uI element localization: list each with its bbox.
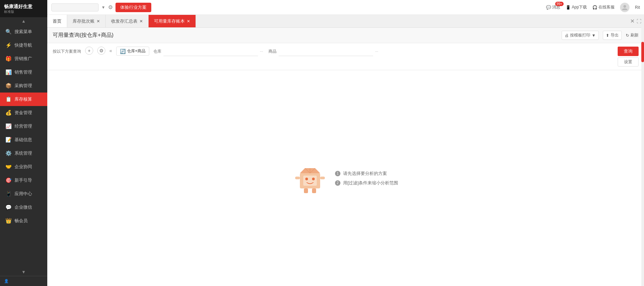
sidebar-item-system[interactable]: ⚙️ 系统管理	[0, 147, 47, 160]
app-icon: 📱	[5, 191, 12, 197]
sidebar-item-member[interactable]: 👑 畅会员	[0, 214, 47, 228]
crown-icon: 👑	[5, 218, 12, 224]
sidebar-item-search[interactable]: 🔍 搜索菜单	[0, 25, 47, 38]
print-btn[interactable]: 🖨 按模板打印 ▼	[562, 31, 599, 40]
svg-rect-2	[303, 176, 317, 186]
svg-point-4	[312, 178, 315, 180]
sidebar-item-enterprise[interactable]: 🤝 企业协同	[0, 160, 47, 174]
tab-summary-close[interactable]: ✕	[139, 19, 143, 24]
sidebar-item-label: 新手引导	[15, 177, 32, 183]
message-btn[interactable]: 💬 消息 99+	[546, 4, 560, 10]
gear-icon[interactable]: ⚙	[108, 4, 113, 10]
sidebar-item-label: 企业微信	[15, 204, 32, 210]
warehouse-input[interactable]	[163, 47, 258, 56]
edition-label: 标准版	[4, 9, 43, 14]
svg-rect-11	[312, 188, 316, 193]
phone-icon: 📱	[566, 5, 571, 10]
page-actions: 🖨 按模板打印 ▼ ⬆ 导出 ↻ 刷新	[562, 31, 639, 40]
goods-label: 商品	[268, 49, 277, 54]
box-icon: 📦	[5, 83, 12, 89]
export-btn[interactable]: ⬆ 导出	[603, 31, 622, 40]
tab-batch-close[interactable]: ✕	[97, 19, 100, 24]
gift-icon: 🎁	[5, 56, 12, 62]
sidebar-nav: 🔍 搜索菜单 ⚡ 快捷导航 🎁 营销推广 📊 销售管理 📦 采购管理 📋 库存核…	[0, 25, 47, 268]
warehouse-more-btn[interactable]: ···	[260, 49, 263, 53]
svg-rect-10	[304, 188, 308, 193]
tab-available-close[interactable]: ✕	[187, 19, 190, 24]
goods-field-group: 商品 ···	[268, 47, 378, 56]
query-actions: 查询 设置	[618, 47, 639, 67]
scheme-label: 仓库+商品	[127, 48, 146, 54]
app-download-btn[interactable]: 📱 App下载	[566, 4, 587, 10]
service-btn[interactable]: 🎧 在线客服	[592, 4, 615, 10]
query-button[interactable]: 查询	[618, 47, 639, 56]
sidebar-item-inventory[interactable]: 📋 库存核算	[0, 93, 47, 106]
dropdown-icon[interactable]: ▼	[101, 5, 105, 10]
sidebar-item-label: 营销推广	[15, 56, 32, 62]
sidebar-item-weixin[interactable]: 💬 企业微信	[0, 201, 47, 214]
sidebar-item-appcenter[interactable]: 📱 应用中心	[0, 187, 47, 201]
empty-tip-2: 2 用[过滤]条件来缩小分析范围	[335, 180, 398, 186]
sidebar-item-operation[interactable]: 📈 经营管理	[0, 120, 47, 133]
scheme-warehouse-goods[interactable]: 🔄 仓库+商品	[116, 47, 149, 56]
sidebar-item-purchase[interactable]: 📦 采购管理	[0, 79, 47, 93]
sidebar-item-marketing[interactable]: 🎁 营销推广	[0, 52, 47, 66]
settings-button-small[interactable]: 设置	[618, 57, 639, 67]
filter-settings-button[interactable]: ⚙	[97, 47, 105, 55]
sidebar-item-finance[interactable]: 💰 资金管理	[0, 106, 47, 120]
export-label: 导出	[611, 32, 619, 38]
app-label: App下载	[572, 4, 587, 10]
sidebar-item-basic[interactable]: 📝 基础信息	[0, 133, 47, 147]
tip-num-2: 2	[335, 180, 340, 186]
filter-add-button[interactable]: +	[85, 47, 93, 55]
page-header: 可用量查询(按仓库+商品) 🖨 按模板打印 ▼ ⬆ 导出 ↻ 刷新	[47, 28, 644, 43]
tabbar-close-icon[interactable]: ✕	[630, 18, 635, 24]
tab-home[interactable]: 首页	[47, 15, 67, 28]
sidebar-item-label: 搜索菜单	[15, 29, 32, 35]
topbar: ▼ ⚙ 体验行业方案 💬 消息 99+ 📱 App下载 🎧 在线客服 Rit	[47, 0, 644, 15]
refresh-btn[interactable]: ↻ 刷新	[626, 32, 639, 38]
tip-text-2: 用[过滤]条件来缩小分析范围	[343, 180, 398, 186]
topbar-search-input[interactable]	[51, 3, 99, 11]
sidebar-item-label: 采购管理	[15, 83, 32, 89]
filter-area: 按以下方案查询 + ⚙ « 🔄 仓库+商品 仓库 ··· 商品 ··· 查询 设…	[47, 43, 644, 70]
tip-num-1: 1	[335, 171, 340, 176]
sidebar-scroll-up[interactable]: ▲	[0, 17, 47, 25]
sidebar-scroll-down[interactable]: ▼	[0, 268, 47, 276]
sidebar-item-label: 快捷导航	[15, 42, 32, 48]
sidebar-item-sales[interactable]: 📊 销售管理	[0, 66, 47, 79]
inventory-icon: 📋	[5, 96, 12, 102]
tabbar-expand-icon[interactable]: ⛶	[637, 19, 641, 24]
sidebar-item-label: 销售管理	[15, 69, 32, 75]
content-area: 1 请先选择要分析的方案 2 用[过滤]条件来缩小分析范围	[47, 70, 644, 286]
svg-point-3	[305, 178, 308, 180]
export-icon: ⬆	[606, 33, 609, 38]
tab-batch[interactable]: 库存批次账 ✕	[67, 15, 106, 28]
scheme-icon: 🔄	[120, 49, 126, 54]
avatar	[620, 3, 629, 12]
scrollbar-thumb	[641, 42, 644, 62]
page-title: 可用量查询(按仓库+商品)	[53, 32, 562, 39]
query-fields: 仓库 ··· 商品 ···	[153, 47, 614, 56]
refresh-label: 刷新	[630, 32, 639, 38]
svg-point-0	[623, 5, 626, 8]
sidebar-item-label: 经营管理	[15, 123, 32, 129]
warehouse-field-group: 仓库 ···	[153, 47, 263, 56]
goods-input[interactable]	[279, 47, 373, 56]
tip-text-1: 请先选择要分析的方案	[343, 171, 387, 177]
sidebar-item-shortcuts[interactable]: ⚡ 快捷导航	[0, 38, 47, 52]
empty-state: 1 请先选择要分析的方案 2 用[过滤]条件来缩小分析范围	[293, 161, 398, 195]
filter-collapse-icon[interactable]: «	[109, 47, 112, 53]
main-area: ▼ ⚙ 体验行业方案 💬 消息 99+ 📱 App下载 🎧 在线客服 Rit	[47, 0, 644, 286]
filter-label: 按以下方案查询	[53, 47, 81, 54]
sidebar-item-label: 基础信息	[15, 137, 32, 143]
service-label: 在线客服	[598, 4, 615, 10]
sidebar-item-label: 资金管理	[15, 110, 32, 116]
sidebar-item-newuser[interactable]: 🎯 新手引导	[0, 174, 47, 187]
goods-more-btn[interactable]: ···	[375, 49, 378, 53]
trial-button[interactable]: 体验行业方案	[115, 3, 151, 12]
tab-available[interactable]: 可用量库存账本 ✕	[149, 15, 196, 28]
username-label[interactable]: Rit	[635, 5, 640, 10]
print-dropdown-icon: ▼	[592, 33, 596, 38]
tab-summary[interactable]: 收发存汇总表 ✕	[106, 15, 149, 28]
